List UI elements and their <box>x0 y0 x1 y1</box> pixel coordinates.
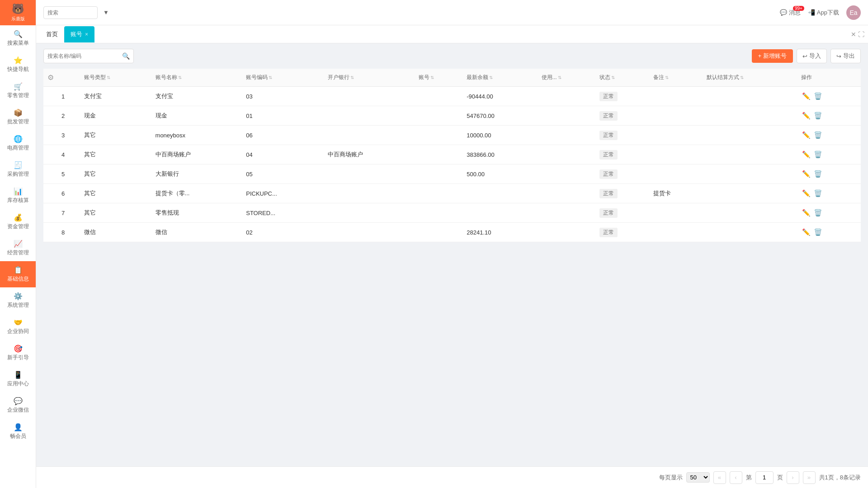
edit-button[interactable]: ✏️ <box>801 208 811 218</box>
first-page-button[interactable]: « <box>713 471 726 484</box>
user-avatar[interactable]: Ea <box>846 5 861 20</box>
row-account-code: 03 <box>242 87 324 106</box>
next-page-button[interactable]: › <box>787 471 799 484</box>
col-account-no[interactable]: 账号⇅ <box>415 69 463 87</box>
col-bank[interactable]: 开户银行⇅ <box>324 69 415 87</box>
sidebar-item-app-center[interactable]: 📱 应用中心 <box>0 366 36 392</box>
page-size-select[interactable]: 50 10 20 100 <box>686 472 710 483</box>
col-account-type[interactable]: 账号类型⇅ <box>80 69 152 87</box>
row-usage <box>538 106 596 126</box>
col-account-code[interactable]: 账号编码⇅ <box>242 69 324 87</box>
capital-mgmt-icon: 💰 <box>14 213 23 222</box>
delete-button[interactable]: 🗑️ <box>813 169 823 179</box>
delete-button[interactable]: 🗑️ <box>813 130 823 140</box>
row-remark <box>650 106 703 126</box>
col-status[interactable]: 状态⇅ <box>596 69 650 87</box>
row-bank <box>324 203 415 223</box>
main-content: ▼ 💬 消息 99+ 📲 App下载 Ea 首页 账号 × ✕ ⛶ <box>36 0 868 488</box>
row-action: ✏️ 🗑️ <box>797 126 861 145</box>
sidebar-item-system-mgmt[interactable]: ⚙️ 系统管理 <box>0 287 36 314</box>
close-button[interactable]: ✕ <box>851 31 856 38</box>
sidebar-item-inventory-calc[interactable]: 📊 库存核算 <box>0 183 36 209</box>
row-index: 4 <box>58 145 80 164</box>
edit-button[interactable]: ✏️ <box>801 188 811 198</box>
edit-button[interactable]: ✏️ <box>801 130 811 140</box>
sidebar-item-label: 电商管理 <box>7 144 29 152</box>
tab-account[interactable]: 账号 × <box>64 26 94 42</box>
col-usage[interactable]: 使用...⇅ <box>538 69 596 87</box>
sidebar-item-capital-mgmt[interactable]: 💰 资金管理 <box>0 209 36 235</box>
import-button[interactable]: ↩ 导入 <box>797 49 827 63</box>
tab-close-icon[interactable]: × <box>85 31 88 38</box>
row-status: 正常 <box>596 203 650 223</box>
col-remark[interactable]: 备注⇅ <box>650 69 703 87</box>
row-account-no <box>415 203 463 223</box>
edit-button[interactable]: ✏️ <box>801 91 811 101</box>
app-download-button[interactable]: 📲 App下载 <box>808 9 839 17</box>
export-label: 导出 <box>843 52 855 60</box>
sidebar-item-search-menu[interactable]: 🔍 搜索菜单 <box>0 25 36 52</box>
sidebar-item-quick-nav[interactable]: ⭐ 快捷导航 <box>0 52 36 78</box>
sidebar-item-label: 资金管理 <box>7 223 29 230</box>
sidebar-item-retail-mgmt[interactable]: 🛒 零售管理 <box>0 78 36 104</box>
sidebar-item-ecommerce-mgmt[interactable]: 🌐 电商管理 <box>0 130 36 156</box>
maximize-button[interactable]: ⛶ <box>858 31 864 38</box>
delete-button[interactable]: 🗑️ <box>813 91 823 101</box>
export-button[interactable]: ↪ 导出 <box>830 49 861 63</box>
system-mgmt-icon: ⚙️ <box>14 292 23 300</box>
row-account-code: STORED... <box>242 203 324 223</box>
delete-button[interactable]: 🗑️ <box>813 208 823 218</box>
col-default-settlement[interactable]: 默认结算方式⇅ <box>703 69 797 87</box>
sidebar-item-basic-info[interactable]: 📋 基础信息 <box>0 261 36 287</box>
col-balance[interactable]: 最新余额⇅ <box>463 69 538 87</box>
sidebar-item-purchase-mgmt[interactable]: 🧾 采购管理 <box>0 156 36 183</box>
sidebar-item-operations-mgmt[interactable]: 📈 经营管理 <box>0 235 36 261</box>
page-label: 第 <box>746 474 752 482</box>
sidebar-item-enterprise-agreement[interactable]: 🤝 企业协同 <box>0 314 36 340</box>
edit-button[interactable]: ✏️ <box>801 150 811 160</box>
prev-page-button[interactable]: ‹ <box>730 471 742 484</box>
row-default-settlement <box>703 184 797 203</box>
row-account-no <box>415 145 463 164</box>
logo-icon: 🐻 <box>10 3 26 15</box>
table-row: 2 现金 现金 01 547670.00 正常 ✏️ 🗑️ <box>43 106 861 126</box>
topbar-search-input[interactable] <box>43 6 98 19</box>
sort-icon-account-type: ⇅ <box>107 75 110 80</box>
delete-button[interactable]: 🗑️ <box>813 227 823 237</box>
row-account-type: 其它 <box>80 145 152 164</box>
delete-button[interactable]: 🗑️ <box>813 111 823 121</box>
sidebar-item-enterprise-wechat[interactable]: 💬 企业微信 <box>0 392 36 418</box>
delete-button[interactable]: 🗑️ <box>813 188 823 198</box>
last-page-button[interactable]: » <box>803 471 816 484</box>
table-container: ⚙ 账号类型⇅ 账号名称⇅ 账号编码⇅ 开户银行⇅ 账号⇅ 最新余额⇅ 使用..… <box>36 69 868 466</box>
tab-bar: 首页 账号 × ✕ ⛶ <box>36 25 868 43</box>
topbar-dropdown[interactable]: ▼ <box>103 9 109 16</box>
row-bank <box>324 223 415 242</box>
retail-mgmt-icon: 🛒 <box>14 82 23 91</box>
tab-home-label: 首页 <box>46 30 58 38</box>
enjoy-member-icon: 👤 <box>14 423 23 432</box>
sidebar-item-enjoy-member[interactable]: 👤 畅会员 <box>0 418 36 445</box>
row-account-code: 06 <box>242 126 324 145</box>
message-button[interactable]: 💬 消息 99+ <box>780 9 801 17</box>
page-number-input[interactable] <box>755 471 774 484</box>
sidebar-item-label: 快捷导航 <box>7 66 29 73</box>
sidebar-item-label: 系统管理 <box>7 301 29 309</box>
col-settings[interactable]: ⚙ <box>43 69 58 87</box>
row-status: 正常 <box>596 106 650 126</box>
search-menu-icon: 🔍 <box>14 30 23 38</box>
sidebar-item-label: 企业微信 <box>7 406 29 414</box>
sidebar-item-new-guide[interactable]: 🎯 新手引导 <box>0 340 36 366</box>
add-account-button[interactable]: + 新增账号 <box>752 49 793 63</box>
tab-home[interactable]: 首页 <box>40 26 64 42</box>
col-account-name[interactable]: 账号名称⇅ <box>152 69 243 87</box>
edit-button[interactable]: ✏️ <box>801 169 811 179</box>
sidebar-item-wholesale-mgmt[interactable]: 📦 批发管理 <box>0 104 36 130</box>
col-action: 操作 <box>797 69 861 87</box>
edit-button[interactable]: ✏️ <box>801 227 811 237</box>
edit-button[interactable]: ✏️ <box>801 111 811 121</box>
search-input[interactable] <box>47 53 122 59</box>
delete-button[interactable]: 🗑️ <box>813 150 823 160</box>
row-remark <box>650 145 703 164</box>
sort-icon-account-no: ⇅ <box>430 75 434 80</box>
